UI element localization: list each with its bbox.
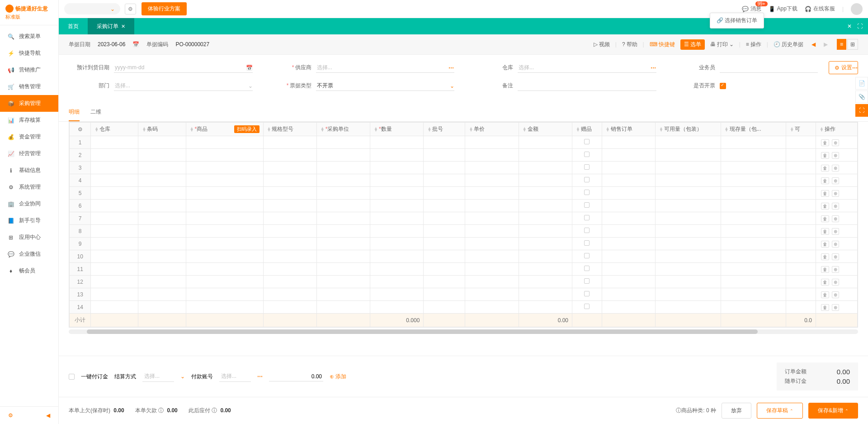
sidebar-settings-icon[interactable]: ⚙: [8, 412, 13, 419]
save-new-button[interactable]: 保存&新增⌃: [808, 403, 858, 419]
eta-input[interactable]: [114, 62, 253, 73]
gift-checkbox[interactable]: [584, 164, 590, 170]
sidebar-collapse-icon[interactable]: ◀: [46, 412, 50, 419]
gift-checkbox[interactable]: [584, 177, 590, 182]
th-col-6[interactable]: ▲▼批号: [424, 123, 465, 136]
copy-icon[interactable]: ⊕: [832, 203, 839, 210]
messages-link[interactable]: 💬 消息 99+: [742, 5, 761, 13]
dept-input[interactable]: [114, 81, 253, 91]
sidebar-item-1[interactable]: ⚡快捷导航: [0, 45, 58, 62]
copy-icon[interactable]: ⊕: [832, 165, 839, 172]
copy-icon[interactable]: ⊕: [832, 139, 839, 146]
gift-checkbox[interactable]: [584, 152, 590, 157]
tab-close-all-icon[interactable]: ✕: [845, 21, 854, 31]
sidebar-item-13[interactable]: 💬企业微信: [0, 246, 58, 262]
table-row[interactable]: 9🗑⊕: [70, 238, 858, 250]
gift-checkbox[interactable]: [584, 266, 590, 271]
calendar-icon[interactable]: 📅: [246, 65, 253, 71]
tab-home[interactable]: 首页: [59, 18, 88, 34]
calendar-icon[interactable]: 📅: [132, 41, 139, 48]
delete-icon[interactable]: 🗑: [821, 266, 829, 273]
chevron-down-icon[interactable]: ⌄: [180, 373, 185, 380]
copy-icon[interactable]: ⊕: [832, 304, 839, 311]
delete-icon[interactable]: 🗑: [821, 152, 829, 159]
sidebar-item-14[interactable]: ♦畅会员: [0, 262, 58, 279]
copy-icon[interactable]: ⊕: [832, 190, 839, 197]
side-tool-attach[interactable]: 📎: [855, 91, 868, 103]
gift-checkbox[interactable]: [584, 202, 590, 208]
delete-icon[interactable]: 🗑: [821, 228, 829, 235]
card-view-icon[interactable]: ⊞: [847, 39, 858, 50]
discard-button[interactable]: 放弃: [722, 403, 751, 419]
sidebar-item-4[interactable]: 📦采购管理: [0, 95, 58, 112]
app-download-link[interactable]: 📱 App下载: [769, 5, 797, 13]
copy-icon[interactable]: ⊕: [832, 241, 839, 248]
copy-icon[interactable]: ⊕: [832, 177, 839, 184]
table-row[interactable]: 2🗑⊕: [70, 149, 858, 162]
th-col-9[interactable]: ▲▼赠品: [572, 123, 602, 136]
th-col-2[interactable]: ▲▼*商品扫码录入: [186, 123, 263, 136]
table-row[interactable]: 5🗑⊕: [70, 187, 858, 200]
th-col-8[interactable]: ▲▼金额: [519, 123, 572, 136]
sidebar-item-3[interactable]: 🛒销售管理: [0, 78, 58, 95]
delete-icon[interactable]: 🗑: [821, 253, 829, 260]
tab-purchase-order[interactable]: 采购订单 ✕: [88, 18, 134, 34]
sidebar-item-7[interactable]: 📈经营管理: [0, 145, 58, 162]
sidebar-item-5[interactable]: 📊库存核算: [0, 112, 58, 129]
delete-icon[interactable]: 🗑: [821, 177, 829, 184]
subtab-qr[interactable]: 二维: [90, 104, 101, 121]
delete-icon[interactable]: 🗑: [821, 203, 829, 210]
table-row[interactable]: 7🗑⊕: [70, 212, 858, 225]
online-service-link[interactable]: 🎧 在线客服: [805, 5, 835, 13]
copy-icon[interactable]: ⊕: [832, 291, 839, 298]
sidebar-item-11[interactable]: 📘新手引导: [0, 212, 58, 229]
delete-icon[interactable]: 🗑: [821, 165, 829, 172]
th-col-7[interactable]: ▲▼单价: [465, 123, 519, 136]
th-col-10[interactable]: ▲▼销售订单: [602, 123, 655, 136]
th-col-12[interactable]: ▲▼现存量（包...: [721, 123, 786, 136]
delete-icon[interactable]: 🗑: [821, 190, 829, 197]
supplier-input[interactable]: [316, 62, 455, 73]
remark-input[interactable]: [518, 81, 656, 91]
trial-button[interactable]: 体验行业方案: [142, 2, 187, 15]
invoice-checkbox[interactable]: [720, 83, 726, 89]
copy-icon[interactable]: ⊕: [832, 266, 839, 273]
gift-checkbox[interactable]: [584, 291, 590, 296]
th-col-1[interactable]: ▲▼条码: [138, 123, 186, 136]
prev-doc-icon[interactable]: ◀: [809, 40, 818, 49]
copy-icon[interactable]: ⊕: [832, 253, 839, 260]
table-row[interactable]: 13🗑⊕: [70, 288, 858, 301]
more-icon[interactable]: ⋯: [852, 65, 858, 71]
th-col-3[interactable]: ▲▼规格型号: [263, 123, 316, 136]
select-order-button[interactable]: ☰ 选单: [680, 39, 705, 50]
delete-icon[interactable]: 🗑: [821, 279, 829, 286]
th-settings[interactable]: ⚙: [70, 123, 91, 136]
sidebar-item-0[interactable]: 🔍搜索菜单: [0, 28, 58, 45]
th-col-13[interactable]: ▲▼可: [786, 123, 816, 136]
pay-amount-input[interactable]: 0.00: [269, 372, 323, 381]
delete-icon[interactable]: 🗑: [821, 304, 829, 311]
chevron-down-icon[interactable]: ⌄: [450, 83, 454, 89]
delete-icon[interactable]: 🗑: [821, 241, 829, 248]
table-row[interactable]: 12🗑⊕: [70, 276, 858, 288]
side-tool-note[interactable]: 📄: [855, 77, 868, 90]
th-col-11[interactable]: ▲▼可用量（包装）: [656, 123, 721, 136]
subtab-detail[interactable]: 明细: [69, 104, 80, 121]
fullscreen-icon[interactable]: ⛶: [855, 21, 864, 31]
sidebar-item-9[interactable]: ⚙系统管理: [0, 179, 58, 195]
copy-icon[interactable]: ⊕: [832, 152, 839, 159]
horizontal-scrollbar[interactable]: [69, 329, 858, 334]
close-icon[interactable]: ✕: [121, 24, 125, 29]
gift-checkbox[interactable]: [584, 240, 590, 246]
operate-link[interactable]: ≡ 操作: [743, 39, 764, 50]
th-col-5[interactable]: ▲▼*数量: [370, 123, 424, 136]
gift-checkbox[interactable]: [584, 278, 590, 284]
chevron-down-icon[interactable]: ⌄: [248, 83, 253, 89]
settings-gear-button[interactable]: ⚙: [125, 4, 136, 14]
th-col-4[interactable]: ▲▼*采购单位: [316, 123, 370, 136]
gift-checkbox[interactable]: [584, 228, 590, 233]
delete-icon[interactable]: 🗑: [821, 215, 829, 222]
more-icon[interactable]: ⋯: [257, 373, 263, 380]
delete-icon[interactable]: 🗑: [821, 139, 829, 146]
more-icon[interactable]: ⋯: [651, 65, 656, 71]
